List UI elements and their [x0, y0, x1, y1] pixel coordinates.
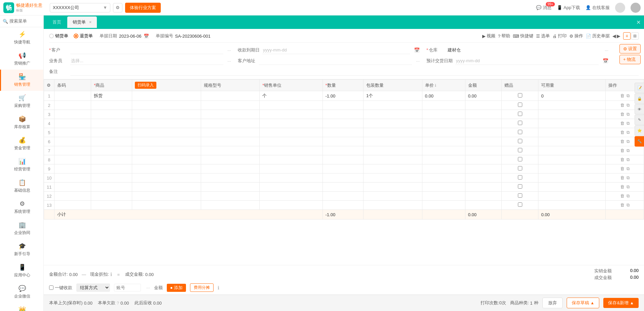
payment-date-input[interactable]	[262, 46, 410, 54]
account-input[interactable]	[114, 284, 141, 291]
delete-icon[interactable]: 🗑	[620, 202, 624, 208]
print-button[interactable]: 🖨 打印	[553, 33, 567, 39]
copy-icon[interactable]: ⧉	[627, 103, 630, 108]
right-float-btn-5[interactable]: ⭐	[635, 125, 644, 136]
sidebar-item-inventory[interactable]: 📦 库存核算	[0, 112, 43, 133]
cell-sales-unit[interactable]: 个	[260, 91, 323, 101]
cell-spec[interactable]	[132, 91, 201, 101]
nav-next-icon[interactable]: ▶	[617, 33, 620, 39]
sidebar-item-enterprise[interactable]: 🏢 企业协同	[0, 218, 43, 239]
copy-icon[interactable]: ⧉	[627, 157, 630, 162]
tab-close-icon[interactable]: ×	[89, 20, 92, 25]
radio-sales-order[interactable]: 销货单	[49, 33, 68, 39]
video-button[interactable]: ▶ 视频	[482, 33, 495, 39]
cell-price[interactable]: 0.00	[422, 91, 465, 101]
save-new-button[interactable]: 保存&新增 ▲	[603, 298, 639, 308]
right-float-btn-3[interactable]: 👁	[635, 104, 644, 114]
help-icon-debt[interactable]: ?	[117, 301, 119, 306]
one-click-payment-checkbox[interactable]: 一键收款	[49, 285, 72, 291]
message-button[interactable]: 💬 消息 99+	[536, 5, 552, 11]
delete-icon[interactable]: 🗑	[620, 139, 624, 144]
account-more-icon[interactable]: ···	[146, 285, 150, 290]
history-button[interactable]: 📄 历史单据	[586, 33, 610, 39]
scan-button[interactable]: 扫码录入	[135, 82, 156, 89]
delivery-cal-icon[interactable]: 📅	[603, 58, 608, 64]
one-click-checkbox[interactable]	[49, 285, 53, 290]
copy-icon[interactable]: ⧉	[627, 130, 630, 135]
copy-icon[interactable]: ⧉	[627, 202, 630, 208]
delete-icon[interactable]: 🗑	[620, 148, 624, 153]
copy-icon[interactable]: ⧉	[627, 166, 630, 171]
sidebar-item-guide[interactable]: 🎓 新手引导	[0, 239, 43, 260]
delete-icon[interactable]: 🗑	[620, 184, 624, 190]
col-gear[interactable]: ⚙	[44, 80, 54, 91]
sidebar-item-quick-nav[interactable]: ⚡ 快捷导航	[0, 27, 43, 48]
add-payment-button[interactable]: ● 添加	[167, 284, 186, 292]
radio-return-order[interactable]: 退货单	[74, 33, 93, 39]
operate-button[interactable]: ⚙ 操作	[569, 33, 583, 39]
sidebar-item-purchase[interactable]: 🛒 采购管理	[0, 91, 43, 112]
address-more-icon[interactable]: ···	[416, 59, 420, 64]
delete-icon[interactable]: 🗑	[620, 193, 624, 199]
sidebar-item-marketing[interactable]: 📢 营销推广	[0, 48, 43, 70]
logistics-button[interactable]: + 物流	[619, 55, 641, 64]
sidebar-item-finance[interactable]: 💰 资金管理	[0, 133, 43, 154]
company-selector[interactable]: XXXXXX公司 ▼	[50, 3, 110, 12]
search-menu-button[interactable]: 🔍 搜索菜单	[0, 15, 43, 27]
grid-view-icon[interactable]: ⊞	[631, 32, 639, 40]
sidebar-item-system[interactable]: ⚙ 系统管理	[0, 197, 43, 218]
sidebar-item-wechat[interactable]: 💬 企业微信	[0, 281, 43, 303]
right-float-btn-6[interactable]: 🔧	[635, 136, 644, 147]
cell-gift[interactable]	[502, 91, 538, 101]
customer-input[interactable]	[70, 46, 223, 54]
warehouse-more-icon[interactable]: ···	[605, 48, 608, 53]
delete-icon[interactable]: 🗑	[620, 175, 624, 181]
shortcut-button[interactable]: ⌨ 快捷键	[513, 33, 533, 39]
delete-icon[interactable]: 🗑	[620, 130, 624, 135]
salesperson-input[interactable]	[70, 57, 223, 65]
cell-barcode[interactable]	[54, 91, 91, 101]
save-draft-button[interactable]: 保存草稿 ▲	[567, 298, 600, 308]
tab-sales-order[interactable]: 销货单 ×	[67, 16, 97, 28]
online-support-button[interactable]: 👤 在线客服	[585, 5, 610, 11]
customer-more-icon[interactable]: ···	[227, 48, 231, 53]
nav-prev-icon[interactable]: ◀	[612, 33, 616, 39]
copy-icon[interactable]: ⧉	[627, 193, 630, 199]
list-view-icon[interactable]: ≡	[623, 32, 631, 40]
cell-product[interactable]: 拆货	[91, 91, 132, 101]
settings-icon[interactable]: ⚙	[113, 3, 122, 12]
expense-info-icon[interactable]: ℹ	[218, 285, 219, 290]
customer-address-input[interactable]	[259, 57, 412, 65]
calendar-icon[interactable]: 📅	[144, 34, 149, 39]
remarks-input[interactable]	[70, 68, 639, 76]
salesperson-more-icon[interactable]: ···	[227, 59, 231, 64]
help-button[interactable]: ? 帮助	[498, 33, 510, 39]
avatar2[interactable]	[631, 3, 641, 13]
copy-icon[interactable]: ⧉	[627, 139, 630, 144]
copy-icon[interactable]: ⧉	[627, 184, 630, 190]
delete-icon[interactable]: 🗑	[620, 112, 624, 117]
select-button[interactable]: ☰ 选单	[536, 33, 550, 39]
sidebar-item-operations[interactable]: 📊 经营管理	[0, 154, 43, 176]
delete-icon[interactable]: 🗑	[620, 93, 624, 99]
delete-icon[interactable]: 🗑	[620, 121, 624, 126]
copy-icon[interactable]: ⧉	[627, 148, 630, 153]
discard-button[interactable]: 放弃	[542, 298, 563, 308]
app-download-button[interactable]: 📱 App下载	[557, 5, 580, 11]
payment-cal-icon[interactable]: 📅	[414, 47, 420, 53]
sidebar-item-app-center[interactable]: 📱 应用中心	[0, 260, 43, 281]
delete-icon[interactable]: 🗑	[620, 103, 624, 108]
sidebar-item-members[interactable]: 👑 畅会员	[0, 303, 43, 311]
avatar[interactable]	[615, 3, 625, 13]
sidebar-item-sales[interactable]: 🏪 销售管理	[0, 70, 43, 91]
tab-close-all-icon[interactable]: ✕	[636, 19, 641, 26]
discount-info-icon[interactable]: ℹ	[110, 272, 112, 277]
calc-method-select[interactable]: 结算方式	[76, 283, 110, 292]
expense-split-button[interactable]: 费用分摊	[190, 283, 214, 292]
right-float-btn-4[interactable]: ✎	[635, 115, 644, 125]
copy-icon[interactable]: ⧉	[627, 93, 630, 99]
right-float-btn-1[interactable]: 📝	[635, 83, 644, 93]
cell-qty[interactable]: -1.00	[323, 91, 364, 101]
delivery-date-input[interactable]	[455, 57, 599, 65]
right-float-btn-2[interactable]: 🔒	[635, 93, 644, 104]
